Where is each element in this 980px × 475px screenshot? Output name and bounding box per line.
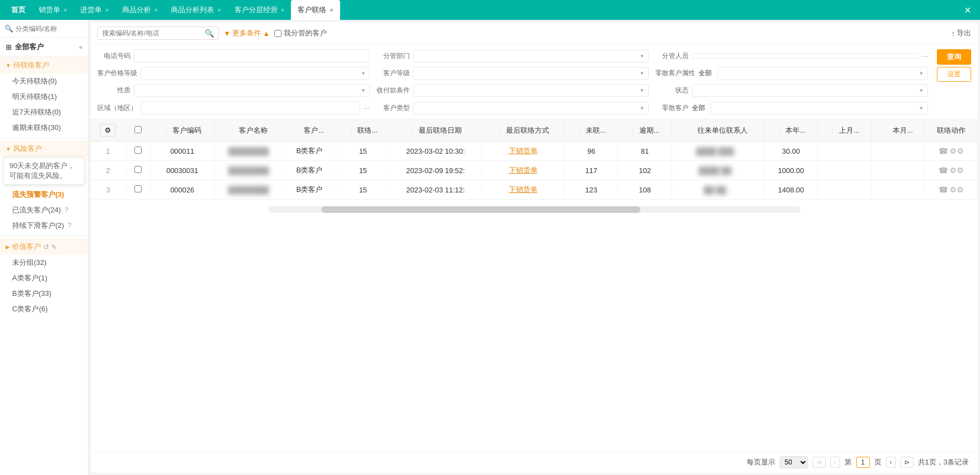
- filter-customer-grade: 客户等级 ▾: [377, 67, 649, 80]
- close-icon[interactable]: ×: [64, 7, 67, 13]
- region-input[interactable]: [140, 101, 360, 114]
- sidebar-search-input[interactable]: [15, 25, 84, 33]
- row-checkbox: [126, 161, 150, 180]
- sidebar-item-overdue-contact[interactable]: 逾期未联络(30): [0, 120, 88, 135]
- action-icon[interactable]: ☎ ⚙⚙: [939, 166, 965, 175]
- search-input[interactable]: [102, 29, 205, 37]
- my-customers-checkbox[interactable]: [274, 30, 282, 37]
- action-icon[interactable]: ☎ ⚙⚙: [939, 185, 965, 194]
- sidebar-item-churned[interactable]: 已流失客户(24) ?: [0, 202, 88, 218]
- row-last-month: [818, 180, 872, 200]
- column-checkbox: [126, 119, 150, 142]
- last-page-button[interactable]: ⊳: [900, 457, 914, 468]
- price-grade-select[interactable]: ▾: [140, 67, 370, 80]
- nature-select[interactable]: ▾: [134, 84, 370, 97]
- row-contact-count: 15: [336, 142, 390, 161]
- sort-icon: ⋮: [348, 128, 354, 134]
- filter-price-grade: 客户价格等级 ▾: [97, 67, 370, 80]
- nature-label: 性质: [97, 86, 131, 95]
- close-icon[interactable]: ×: [330, 7, 333, 13]
- per-page-select[interactable]: 50 20 100: [780, 456, 808, 468]
- row-select-checkbox[interactable]: [134, 147, 142, 154]
- row-select-checkbox[interactable]: [134, 166, 142, 173]
- search-icon-button[interactable]: 🔍: [205, 29, 214, 38]
- close-icon[interactable]: ×: [281, 7, 284, 13]
- customer-grade-select[interactable]: ▾: [413, 67, 649, 80]
- filter-nature: 性质 ▾: [97, 84, 370, 97]
- phone-label: 电话号码: [97, 51, 131, 61]
- close-icon[interactable]: ×: [154, 7, 158, 13]
- tab-customer-tier[interactable]: 客户分层经营 ×: [228, 0, 291, 20]
- gear-button[interactable]: ⚙: [100, 124, 116, 137]
- more-options-icon[interactable]: ···: [921, 51, 928, 60]
- action-icon[interactable]: ☎ ⚙⚙: [939, 147, 965, 155]
- zero-customer-select[interactable]: ▾: [711, 102, 928, 114]
- export-button[interactable]: ↑ 导出: [952, 28, 972, 38]
- row-contact-person: ████ ███...: [672, 142, 764, 161]
- row-name: ████████: [215, 142, 283, 161]
- tab-home[interactable]: 首页: [4, 0, 32, 20]
- column-gear: ⚙: [91, 119, 126, 142]
- sidebar-item-tomorrow-contact[interactable]: 明天待联络(1): [0, 89, 88, 105]
- sidebar-item-unclassified[interactable]: 未分组(32): [0, 255, 88, 270]
- filter-area: 电话号码 分管部门 ▾ 分管人员: [91, 45, 978, 119]
- sidebar-item-b-class[interactable]: B类客户(33): [0, 286, 88, 301]
- total-info: 共1页，3条记录: [918, 457, 969, 467]
- row-last-method: 下销货单: [481, 180, 564, 200]
- horizontal-scrollbar[interactable]: [268, 206, 800, 213]
- column-customer-name: ⋮ 客户名称: [215, 119, 283, 142]
- sidebar-item-declining[interactable]: 持续下滑客户(2) ?: [0, 218, 88, 233]
- sidebar-item-7days-contact[interactable]: 近7天待联络(0): [0, 105, 88, 120]
- row-last-month: [818, 142, 872, 161]
- filter-person: 分管人员 ···: [655, 51, 928, 61]
- section-risk-customer[interactable]: ▼ 风险客户: [0, 140, 88, 157]
- section-pending-contact[interactable]: ▼ 待联络客户: [0, 57, 88, 74]
- filter-dept: 分管部门 ▾: [377, 50, 649, 62]
- row-this-year: 1000.00: [764, 161, 818, 180]
- tab-customer-contact[interactable]: 客户联络 ×: [291, 0, 340, 20]
- customer-type-label: 客户类型: [377, 103, 410, 113]
- select-all-checkbox[interactable]: [134, 126, 142, 133]
- refresh-icon[interactable]: ↺: [43, 243, 49, 251]
- payment-select[interactable]: ▾: [413, 84, 649, 97]
- settings-button[interactable]: 设置: [937, 67, 971, 82]
- phone-input[interactable]: [134, 49, 370, 62]
- close-icon[interactable]: ×: [217, 7, 221, 13]
- sidebar-item-a-class[interactable]: A类客户(1): [0, 270, 88, 286]
- row-this-month: [872, 180, 925, 200]
- window-close-button[interactable]: ✕: [960, 5, 976, 15]
- more-conditions-button[interactable]: ▼ 更多条件 ▲: [223, 28, 270, 38]
- filter-zero-attr: 零散客户属性 全部 ▾: [655, 67, 928, 80]
- row-select-checkbox[interactable]: [134, 185, 142, 192]
- tab-product-analysis[interactable]: 商品分析 ×: [116, 0, 164, 20]
- per-page-label: 每页显示: [747, 457, 775, 467]
- status-select[interactable]: ▾: [692, 84, 928, 97]
- sidebar-item-c-class[interactable]: C类客户(6): [0, 301, 88, 317]
- region-more-icon[interactable]: ···: [363, 103, 370, 112]
- next-page-button[interactable]: ›: [886, 457, 896, 468]
- sort-icon: ⋮: [776, 128, 782, 134]
- edit-icon[interactable]: ✎: [51, 243, 57, 251]
- person-select[interactable]: [692, 53, 918, 59]
- first-page-button[interactable]: ⊲: [812, 457, 826, 468]
- zero-attr-select[interactable]: ▾: [717, 67, 928, 80]
- sidebar-all-customers[interactable]: ⊞ 全部客户 «: [0, 38, 88, 57]
- content-area: 🔍 ▼ 更多条件 ▲ 我分管的客户 ↑ 导出: [91, 22, 978, 473]
- execute-search-button[interactable]: 查询: [937, 49, 971, 65]
- table-row: 3 000026 ████████ B类客户 15 2023-02-03 11:…: [91, 180, 978, 200]
- dept-select[interactable]: ▾: [413, 50, 649, 62]
- tab-sales-order[interactable]: 销货单 ×: [32, 0, 74, 20]
- my-customers-checkbox-label[interactable]: 我分管的客户: [274, 28, 327, 38]
- section-value-customer[interactable]: ▶ 价值客户 ↺ ✎: [0, 238, 88, 255]
- dept-label: 分管部门: [377, 51, 410, 61]
- row-this-month: [872, 142, 925, 161]
- sidebar-item-today-contact[interactable]: 今天待联络(0): [0, 74, 88, 89]
- row-type: B类客户: [283, 161, 336, 180]
- tab-product-analysis-list[interactable]: 商品分析列表 ×: [164, 0, 227, 20]
- prev-page-button[interactable]: ‹: [830, 457, 840, 468]
- customer-type-select[interactable]: ▾: [413, 102, 649, 114]
- tab-purchase-order[interactable]: 进货单 ×: [74, 0, 115, 20]
- filter-payment: 收付款条件 ▾: [377, 84, 649, 97]
- sidebar-item-churn-warning[interactable]: 流失预警客户(3): [0, 187, 88, 202]
- close-icon[interactable]: ×: [105, 7, 108, 13]
